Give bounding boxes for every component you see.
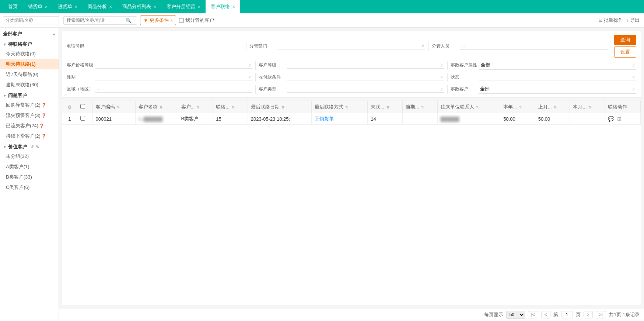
- next-page-btn[interactable]: >: [584, 311, 593, 318]
- row-no: 1: [62, 113, 77, 125]
- customer-type-select[interactable]: ∨: [287, 86, 444, 93]
- page-size-select[interactable]: 50 100 200: [506, 311, 525, 319]
- sidebar-search-area: 🔍: [0, 13, 59, 28]
- edit-icon[interactable]: ✎: [36, 145, 39, 149]
- customer-level-select[interactable]: ∨: [287, 62, 444, 69]
- sidebar-class-c[interactable]: C类客户(6): [0, 182, 59, 193]
- phone-label: 电话号码: [67, 43, 92, 49]
- retail-attr-chevron: ∨: [632, 63, 635, 67]
- sort-icon-1[interactable]: ⇅: [160, 105, 162, 109]
- main-layout: 🔍 全部客户 « ▼ 待联络客户 今天待联络(0) 明天待联络(1) 近7天待联…: [0, 13, 644, 321]
- retail-customer-select[interactable]: 全部 ∨: [479, 84, 636, 94]
- page-number-input[interactable]: [561, 311, 573, 318]
- sidebar-search-input[interactable]: [3, 16, 59, 24]
- my-customer-checkbox[interactable]: [179, 18, 184, 23]
- toolbar-search-input[interactable]: [67, 18, 126, 23]
- col-actions-label: 联络动作: [608, 104, 627, 110]
- retail-attr-select[interactable]: 全部 ∨: [479, 61, 636, 70]
- payment-select[interactable]: ∨: [287, 74, 444, 80]
- nav-customer-contact[interactable]: 客户联络 ✕: [206, 0, 240, 13]
- last-page-btn[interactable]: >|: [596, 311, 606, 318]
- region-label: 区域（地区）: [67, 86, 93, 92]
- nav-purchase[interactable]: 进货单 ✕: [53, 0, 83, 13]
- nav-sales[interactable]: 销货单 ✕: [23, 0, 53, 13]
- filter-gender: 性别 ∨: [67, 74, 252, 80]
- col-this-year-label: 本年...: [503, 104, 517, 110]
- sidebar-churn-warning[interactable]: 流失预警客户(3) ❓: [0, 110, 59, 121]
- sidebar-tomorrow-contact[interactable]: 明天待联络(1): [0, 59, 59, 69]
- region-select[interactable]: ···: [95, 86, 252, 93]
- nav-customer-segment-close[interactable]: ✕: [197, 5, 200, 9]
- sidebar-class-b[interactable]: B类客户(33): [0, 172, 59, 182]
- gender-select[interactable]: ∨: [95, 74, 252, 80]
- last-contact-method-link[interactable]: 下销货单: [315, 116, 334, 121]
- filter-price-level: 客户价格等级 ∨: [67, 62, 252, 69]
- sort-icon-3[interactable]: ⇅: [232, 105, 235, 109]
- phone-input[interactable]: [95, 42, 243, 50]
- sort-icon-8[interactable]: ⇅: [476, 105, 479, 109]
- group-problem-customers[interactable]: ▼ 问题客户: [0, 90, 59, 100]
- batch-op-btn[interactable]: ☑ 批量操作: [599, 17, 623, 24]
- select-all-checkbox[interactable]: [80, 104, 85, 109]
- group-problem-triangle: ▼: [3, 94, 7, 98]
- sidebar-class-a[interactable]: A类客户(1): [0, 162, 59, 172]
- col-overdue: 逾期... ⇅: [402, 101, 437, 113]
- nav-purchase-close[interactable]: ✕: [74, 5, 77, 9]
- sort-icon-5[interactable]: ⇅: [345, 105, 348, 109]
- sort-icon-4[interactable]: ⇅: [281, 105, 284, 109]
- more-filter-btn[interactable]: ▼ 更多条件 ∧: [140, 15, 176, 25]
- sort-icon-6[interactable]: ⇅: [386, 105, 389, 109]
- toolbar-right: ☑ 批量操作 ↑ 导出: [599, 17, 640, 24]
- sidebar-collapse-icon[interactable]: «: [53, 31, 56, 37]
- nav-customer-contact-close[interactable]: ✕: [232, 5, 235, 9]
- first-page-btn[interactable]: |<: [528, 311, 538, 318]
- status-label: 状态: [451, 74, 476, 80]
- sidebar: 🔍 全部客户 « ▼ 待联络客户 今天待联络(0) 明天待联络(1) 近7天待联…: [0, 13, 59, 321]
- sidebar-today-contact[interactable]: 今天待联络(0): [0, 49, 59, 59]
- settings-button[interactable]: 设置: [614, 46, 636, 58]
- filter-manager: 分管人员 ···: [432, 43, 608, 50]
- sort-icon-9[interactable]: ⇅: [519, 105, 522, 109]
- dept-select[interactable]: ∨: [277, 43, 426, 49]
- nav-product-analysis-list[interactable]: 商品分析列表 ✕: [117, 0, 161, 13]
- price-level-select[interactable]: ∨: [95, 62, 252, 69]
- col-contact-person: 往来单位联系人 ⇅: [437, 101, 500, 113]
- table-settings-icon[interactable]: ⚙: [67, 104, 72, 110]
- sidebar-churned[interactable]: 已流失客户(24) ❓: [0, 121, 59, 131]
- status-select[interactable]: ∨: [479, 74, 636, 80]
- prev-page-btn[interactable]: <: [541, 311, 550, 318]
- sort-icon-0[interactable]: ⇅: [117, 105, 120, 109]
- sort-icon-11[interactable]: ⇅: [589, 105, 592, 109]
- chat-action-icon[interactable]: 💬: [608, 116, 614, 122]
- col-customer-code: 客户编码 ⇅: [92, 101, 135, 113]
- query-button[interactable]: 查询: [614, 35, 636, 45]
- all-customers-header[interactable]: 全部客户 «: [0, 28, 59, 39]
- sidebar-7day-contact[interactable]: 近7天待联络(0): [0, 69, 59, 80]
- export-btn[interactable]: ↑ 导出: [627, 17, 640, 24]
- nav-customer-segment[interactable]: 客户分层经营 ✕: [161, 0, 206, 13]
- my-customer-checkbox-wrapper[interactable]: 我分管的客户: [179, 17, 214, 24]
- refresh-icon[interactable]: ↺: [30, 145, 34, 149]
- group-value-customers[interactable]: ▼ 价值客户 ↺ ✎: [0, 141, 59, 151]
- nav-product-analysis-close[interactable]: ✕: [109, 5, 112, 9]
- grid-action-icon[interactable]: ⊞: [617, 116, 622, 122]
- sort-icon-7[interactable]: ⇅: [421, 105, 424, 109]
- sidebar-abnormal-repurchase[interactable]: 回购异常客户(2) ❓: [0, 100, 59, 110]
- nav-product-analysis[interactable]: 商品分析 ✕: [83, 0, 117, 13]
- nav-product-analysis-list-close[interactable]: ✕: [153, 5, 156, 9]
- content-area: 🔍 ▼ 更多条件 ∧ 我分管的客户 ☑ 批量操作 ↑ 导出: [59, 13, 644, 321]
- manager-select[interactable]: ···: [460, 43, 608, 50]
- sidebar-overdue-contact[interactable]: 逾期未联络(30): [0, 80, 59, 90]
- customer-level-label: 客户等级: [259, 62, 284, 68]
- sort-icon-10[interactable]: ⇅: [554, 105, 557, 109]
- sidebar-declining[interactable]: 持续下滑客户(2) ❓: [0, 131, 59, 141]
- group-pending-contact[interactable]: ▼ 待联络客户: [0, 39, 59, 49]
- nav-sales-close[interactable]: ✕: [45, 5, 48, 9]
- nav-home[interactable]: 首页: [3, 0, 23, 13]
- sort-icon-2[interactable]: ⇅: [197, 105, 200, 109]
- col-actions: 联络动作: [605, 101, 641, 113]
- toolbar-search-icon[interactable]: 🔍: [126, 18, 132, 23]
- gender-label: 性别: [67, 74, 92, 80]
- row-checkbox[interactable]: [80, 116, 85, 121]
- sidebar-ungroup[interactable]: 未分组(32): [0, 151, 59, 162]
